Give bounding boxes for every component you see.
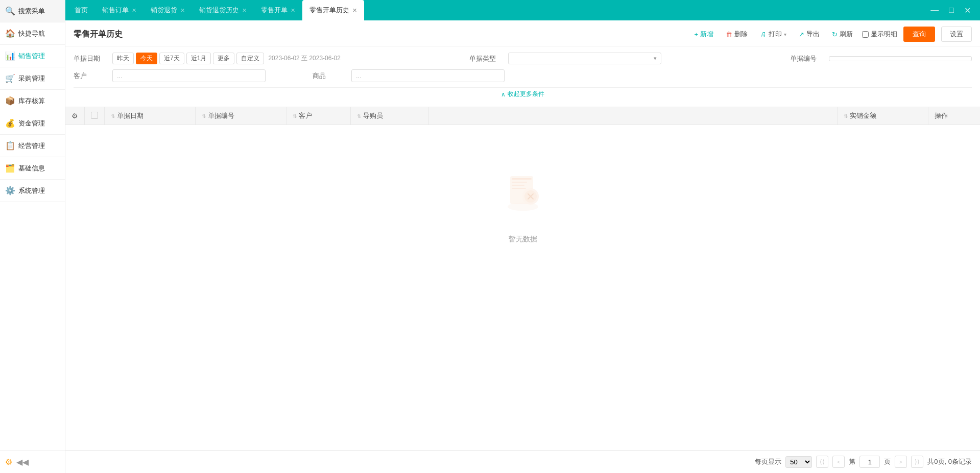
th-guide: ⇅ 导购员 [351,107,428,125]
sidebar-item-inventory[interactable]: 📦 库存核算 [0,90,65,112]
svg-rect-2 [512,178,532,180]
delete-button[interactable]: 🗑 删除 [723,28,751,41]
tab-sales-return[interactable]: 销货退货 ✕ [144,0,192,20]
export-button[interactable]: ↗ 导出 [796,28,823,41]
collapse-more-label: 收起更多条件 [508,90,544,98]
doc-type-select[interactable]: ▾ [508,53,661,64]
display-detail-label: 显示明细 [871,30,897,39]
date-range-text: 2023-06-02 至 2023-06-02 [268,54,340,63]
sort-no-icon[interactable]: ⇅ [202,113,206,119]
goods-filter-label: 商品 [313,71,343,81]
display-detail-toggle[interactable]: 显示明细 [862,30,897,39]
sidebar-item-basic-info[interactable]: 🗂️ 基础信息 [0,157,65,180]
tab-sales-order-close[interactable]: ✕ [132,7,136,14]
window-controls: — □ ✕ [927,5,978,16]
system-icon: ⚙️ [5,186,15,195]
tab-sales-return-label: 销货退货 [151,6,177,15]
table-area: ⚙ ⇅ 单据日期 ⇅ [65,107,980,450]
sidebar-search[interactable]: 🔍 搜索采单 [0,0,65,22]
customer-value: ... [117,72,123,80]
sidebar-collapse-icon[interactable]: ◀◀ [16,457,29,467]
refresh-button[interactable]: ↻ 刷新 [829,28,856,41]
sort-guide-icon[interactable]: ⇅ [357,113,361,119]
setting-button[interactable]: 设置 [941,27,972,42]
sidebar-item-label: 系统管理 [18,186,45,195]
pagination: 每页显示 50 10 20 100 ⟨⟨ ＜ 第 页 ＞ ⟩⟩ 共0页, 0条记… [65,450,980,473]
th-no-label: 单据编号 [208,111,234,120]
delete-icon: 🗑 [726,31,732,38]
tab-retail-open-label: 零售开单 [261,6,288,15]
tab-home[interactable]: 首页 [67,0,95,20]
sidebar-item-purchase-mgmt[interactable]: 🛒 采购管理 [0,67,65,90]
first-page-button[interactable]: ⟨⟨ [816,456,828,468]
date-btn-custom[interactable]: 自定义 [236,53,264,64]
select-all-checkbox[interactable] [91,112,98,119]
tab-sales-return-history-close[interactable]: ✕ [242,7,247,14]
sidebar-bottom: ⚙ ◀◀ [0,451,65,473]
th-spacer [428,107,838,125]
sidebar-item-label: 采购管理 [18,74,45,83]
basic-info-icon: 🗂️ [5,163,15,173]
main-area: 首页 销售订单 ✕ 销货退货 ✕ 销货退货历史 ✕ 零售开单 ✕ 零售开单历史 … [65,0,980,473]
per-page-select[interactable]: 50 10 20 100 [785,456,812,468]
maximize-button[interactable]: □ [946,5,957,16]
purchase-icon: 🛒 [5,73,15,83]
table-gear-icon[interactable]: ⚙ [71,112,78,120]
empty-illustration [497,166,548,227]
tab-sales-return-close[interactable]: ✕ [180,7,185,14]
next-page-button[interactable]: ＞ [895,456,907,468]
export-icon: ↗ [799,31,804,38]
doc-type-chevron-icon: ▾ [654,55,657,62]
customer-input[interactable]: ... [112,69,266,82]
tab-retail-open-history[interactable]: 零售开单历史 ✕ [302,0,364,20]
sort-date-icon[interactable]: ⇅ [111,113,115,119]
sidebar-item-system[interactable]: ⚙️ 系统管理 [0,180,65,202]
current-page-input[interactable] [859,456,880,468]
sidebar-item-finance[interactable]: 💰 资金管理 [0,112,65,135]
date-btn-yesterday[interactable]: 昨天 [112,53,134,64]
empty-text: 暂无数据 [509,235,537,244]
total-text: 共0页, 0条记录 [927,457,972,466]
th-date: ⇅ 单据日期 [105,107,196,125]
settings-gear-icon[interactable]: ⚙ [5,457,12,467]
table-header-row: ⚙ ⇅ 单据日期 ⇅ [65,107,980,125]
toolbar: + 新增 🗑 删除 🖨 打印 ▾ ↗ 导出 ↻ 刷新 [691,27,972,42]
sidebar-item-label: 库存核算 [18,96,45,106]
tab-sales-order-label: 销售订单 [102,6,129,15]
tab-retail-open[interactable]: 零售开单 ✕ [254,0,302,20]
date-btn-today[interactable]: 今天 [136,53,157,64]
minimize-button[interactable]: — [927,5,942,16]
table-body: 暂无数据 [65,125,980,285]
sidebar-item-quick-nav[interactable]: 🏠 快捷导航 [0,22,65,45]
sidebar-item-label: 基础信息 [18,164,45,173]
last-page-button[interactable]: ⟩⟩ [911,456,923,468]
print-chevron-icon: ▾ [784,32,786,37]
sidebar-item-label: 销售管理 [18,52,45,61]
doc-no-input[interactable] [829,56,972,61]
tab-sales-return-history[interactable]: 销货退货历史 ✕ [192,0,254,20]
sidebar-item-sales-mgmt[interactable]: 📊 销售管理 [0,45,65,67]
close-button[interactable]: ✕ [961,5,974,16]
th-action-label: 操作 [935,112,948,119]
th-date-label: 单据日期 [117,111,144,120]
add-button[interactable]: + 新增 [691,28,716,41]
tab-sales-order[interactable]: 销售订单 ✕ [95,0,144,20]
tab-retail-open-close[interactable]: ✕ [291,7,295,14]
sidebar-item-operations[interactable]: 📋 经营管理 [0,135,65,157]
search-icon: 🔍 [5,6,15,16]
print-icon: 🖨 [760,31,767,38]
print-button[interactable]: 🖨 打印 ▾ [757,28,790,41]
query-button[interactable]: 查询 [903,27,935,42]
date-btn-7days[interactable]: 近7天 [159,53,184,64]
display-detail-checkbox[interactable] [862,31,869,38]
sort-amount-icon[interactable]: ⇅ [844,113,848,119]
collapse-more-btn[interactable]: ∧ 收起更多条件 [74,87,972,101]
date-btn-more[interactable]: 更多 [213,53,234,64]
tab-retail-open-history-close[interactable]: ✕ [352,7,357,14]
sort-customer-icon[interactable]: ⇅ [293,113,297,119]
export-label: 导出 [806,30,820,39]
date-btn-1month[interactable]: 近1月 [186,53,211,64]
prev-page-button[interactable]: ＜ [832,456,845,468]
goods-input[interactable]: ... [351,69,505,82]
doc-no-filter-label: 单据编号 [790,54,821,63]
